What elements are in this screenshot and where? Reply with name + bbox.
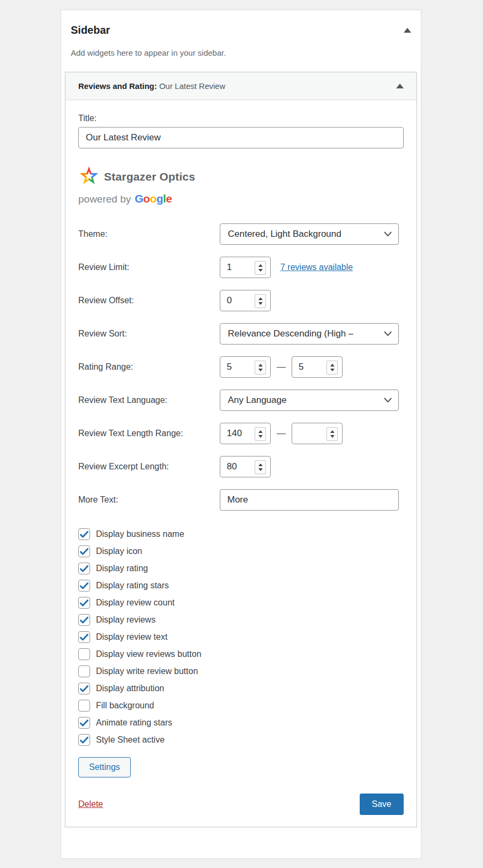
- theme-select[interactable]: Centered, Light Background: [220, 223, 399, 245]
- page-background: { "colors": { "page_bg": "#f0f0f1", "acc…: [0, 0, 483, 868]
- checkbox-label-style-sheet-active: Style Sheet active: [96, 735, 165, 745]
- stepper-down-icon[interactable]: [258, 302, 263, 305]
- review-text-language-label: Review Text Language:: [78, 395, 220, 405]
- star-logo-icon: [78, 164, 100, 189]
- rating-range-min-stepper[interactable]: [255, 361, 266, 375]
- form-row-review-limit: Review Limit: 7 reviews available: [78, 257, 404, 278]
- form-row-theme: Theme: Centered, Light Background: [78, 223, 404, 245]
- checkbox-display-business-name[interactable]: [78, 528, 90, 540]
- widget-form: Title: Stargazer Op: [65, 100, 417, 827]
- form-row-review-excerpt-length: Review Excerpt Length:: [78, 456, 404, 477]
- form-rows: Theme: Centered, Light BackgroundReview …: [78, 223, 404, 511]
- checkbox-display-review-count[interactable]: [78, 597, 90, 609]
- review-text-length-range-min-field: [220, 423, 271, 444]
- checkbox-label-display-write-review-button: Display write review button: [96, 667, 198, 676]
- checkbox-display-rating-stars[interactable]: [78, 580, 90, 592]
- review-sort-select[interactable]: Relevance Descending (High –: [220, 323, 399, 345]
- google-letter: e: [166, 192, 172, 205]
- checkbox-row-display-business-name: Display business name: [78, 526, 404, 543]
- more-text-input[interactable]: [220, 489, 399, 511]
- business-name: Stargazer Optics: [104, 170, 195, 183]
- checkbox-animate-rating-stars[interactable]: [78, 717, 90, 729]
- checkbox-display-attribution[interactable]: [78, 683, 90, 694]
- review-text-length-range-max-field: [292, 423, 343, 444]
- review-limit-link[interactable]: 7 reviews available: [280, 263, 353, 272]
- theme-selected-value: Centered, Light Background: [228, 229, 341, 240]
- business-logo-block: Stargazer Optics powered by Google: [78, 164, 404, 205]
- checkbox-label-display-review-count: Display review count: [96, 598, 175, 608]
- review-offset-stepper[interactable]: [255, 294, 266, 308]
- widget-area-card: Sidebar Add widgets here to appear in yo…: [61, 10, 421, 859]
- checkbox-label-display-view-reviews-button: Display view reviews button: [96, 649, 202, 659]
- stepper-up-icon[interactable]: [258, 297, 263, 300]
- review-limit-stepper[interactable]: [255, 261, 266, 275]
- review-text-length-range-max-stepper[interactable]: [326, 427, 338, 441]
- checkbox-display-view-reviews-button[interactable]: [78, 648, 90, 660]
- stepper-down-icon[interactable]: [330, 435, 335, 438]
- review-limit-field: [220, 257, 271, 278]
- google-logo: Google: [135, 192, 172, 205]
- checkbox-row-style-sheet-active: Style Sheet active: [78, 731, 404, 749]
- stepper-down-icon[interactable]: [258, 269, 263, 272]
- stepper-up-icon[interactable]: [258, 364, 263, 366]
- review-text-language-select[interactable]: Any Language: [220, 390, 399, 411]
- stepper-down-icon[interactable]: [258, 369, 263, 371]
- title-input[interactable]: [78, 127, 404, 148]
- rating-range-max-stepper[interactable]: [326, 361, 338, 375]
- widget-area-header: Sidebar: [71, 24, 411, 36]
- form-row-review-sort: Review Sort: Relevance Descending (High …: [78, 323, 404, 345]
- google-letter: o: [150, 192, 156, 205]
- form-row-review-text-length-range: Review Text Length Range: —: [78, 423, 404, 444]
- checkbox-row-display-write-review-button: Display write review button: [78, 663, 404, 680]
- checkbox-display-reviews[interactable]: [78, 614, 90, 626]
- range-dash: —: [277, 428, 286, 439]
- checkbox-label-display-review-text: Display review text: [96, 632, 167, 642]
- review-excerpt-length-field: [220, 456, 271, 477]
- widget-area-collapse-icon[interactable]: [404, 28, 411, 33]
- checkbox-display-write-review-button[interactable]: [78, 665, 90, 677]
- stepper-up-icon[interactable]: [258, 264, 263, 267]
- checkbox-display-review-text[interactable]: [78, 631, 90, 643]
- form-row-more-text: More Text:: [78, 489, 404, 511]
- checkbox-label-display-rating: Display rating: [96, 564, 148, 573]
- review-text-length-range-min-stepper[interactable]: [255, 427, 266, 441]
- checkbox-style-sheet-active[interactable]: [78, 734, 90, 746]
- review-excerpt-length-label: Review Excerpt Length:: [78, 462, 220, 472]
- delete-link[interactable]: Delete: [78, 799, 103, 809]
- stepper-up-icon[interactable]: [258, 463, 263, 466]
- rating-range-label: Rating Range:: [78, 362, 220, 372]
- widget-toggle-icon[interactable]: [396, 84, 404, 88]
- checkbox-row-display-attribution: Display attribution: [78, 680, 404, 697]
- checkbox-label-display-icon: Display icon: [96, 547, 142, 556]
- checkbox-display-rating[interactable]: [78, 563, 90, 574]
- review-offset-label: Review Offset:: [78, 296, 220, 305]
- checkbox-label-fill-background: Fill background: [96, 701, 154, 710]
- google-letter: G: [135, 192, 143, 205]
- form-row-review-text-language: Review Text Language: Any Language: [78, 390, 404, 411]
- checkbox-row-display-review-count: Display review count: [78, 594, 404, 611]
- stepper-up-icon[interactable]: [258, 430, 263, 433]
- title-label: Title:: [78, 114, 404, 123]
- stepper-down-icon[interactable]: [258, 435, 263, 438]
- widget-header[interactable]: Reviews and Rating: Our Latest Review: [65, 72, 417, 100]
- stepper-down-icon[interactable]: [330, 369, 335, 371]
- widget-card: Reviews and Rating: Our Latest Review Ti…: [65, 72, 417, 827]
- checkbox-display-icon[interactable]: [78, 545, 90, 557]
- checkbox-fill-background[interactable]: [78, 700, 90, 712]
- stepper-down-icon[interactable]: [258, 468, 263, 471]
- settings-button[interactable]: Settings: [78, 757, 131, 777]
- checkbox-row-display-icon: Display icon: [78, 543, 404, 560]
- stepper-up-icon[interactable]: [330, 364, 335, 366]
- widget-name: Reviews and Rating:: [78, 81, 157, 91]
- review-offset-field: [220, 290, 271, 311]
- checkbox-list: Display business name Display icon Displ…: [78, 526, 404, 749]
- stepper-up-icon[interactable]: [330, 430, 335, 433]
- range-dash: —: [277, 362, 286, 372]
- review-excerpt-length-stepper[interactable]: [255, 460, 266, 474]
- save-button[interactable]: Save: [360, 794, 404, 815]
- google-letter: g: [157, 192, 163, 205]
- checkbox-row-display-view-reviews-button: Display view reviews button: [78, 646, 404, 663]
- widget-title: Reviews and Rating: Our Latest Review: [78, 81, 225, 91]
- checkbox-label-display-attribution: Display attribution: [96, 684, 164, 693]
- checkbox-label-display-business-name: Display business name: [96, 529, 184, 539]
